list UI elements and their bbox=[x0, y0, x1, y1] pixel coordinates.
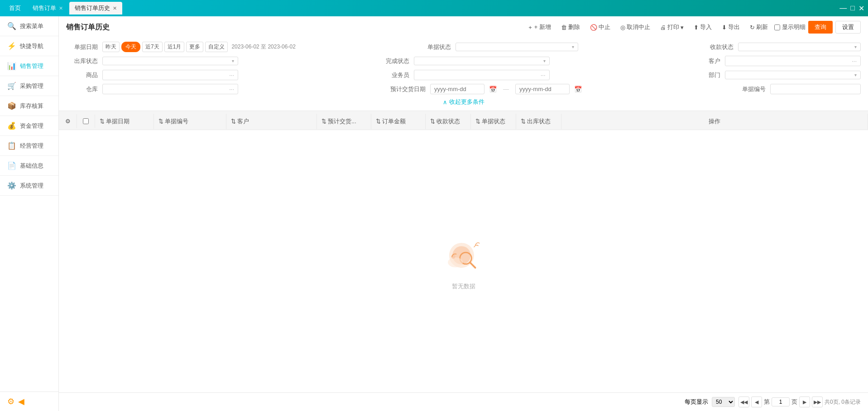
sidebar-system-label: 系统管理 bbox=[20, 182, 43, 190]
dept-select[interactable]: ▾ bbox=[725, 71, 861, 79]
first-page-button[interactable]: ◀◀ bbox=[739, 396, 749, 407]
date-separator: — bbox=[501, 86, 511, 92]
date-filter-group: 昨天 今天 近7天 近1月 更多 自定义 2023-06-02 至 2023-0… bbox=[102, 42, 296, 52]
import-button[interactable]: ⬆ 导入 bbox=[690, 21, 715, 33]
display-toggle-label: 显示明细 bbox=[782, 23, 806, 31]
tab-sales-order-close[interactable]: ✕ bbox=[59, 5, 63, 11]
print-button[interactable]: 🖨 打印 ▾ bbox=[657, 21, 687, 33]
tab-home[interactable]: 首页 bbox=[4, 2, 26, 15]
page-size-select[interactable]: 50 100 200 bbox=[712, 397, 735, 407]
th-payment-status[interactable]: ⇅ 收款状态 bbox=[426, 114, 471, 129]
calendar-to-icon[interactable]: 📅 bbox=[574, 86, 582, 93]
payment-select[interactable]: ▾ bbox=[738, 43, 861, 51]
prev-page-button[interactable]: ◀ bbox=[751, 396, 762, 407]
sidebar-item-operations[interactable]: 📋 经营管理 bbox=[0, 136, 58, 156]
sidebar-item-sales[interactable]: 📊 销售管理 bbox=[0, 56, 58, 76]
sidebar-item-search[interactable]: 🔍 搜索菜单 bbox=[0, 16, 58, 36]
sidebar-item-inventory[interactable]: 📦 库存核算 bbox=[0, 96, 58, 116]
delete-button[interactable]: 🗑 删除 bbox=[557, 21, 584, 33]
doc-number-input[interactable] bbox=[770, 84, 861, 94]
product-select[interactable]: ··· bbox=[102, 70, 238, 80]
tab-sales-history-close[interactable]: ✕ bbox=[113, 5, 117, 11]
maximize-icon[interactable]: □ bbox=[850, 4, 855, 12]
th-delivery[interactable]: ⇅ 预计交货... bbox=[317, 114, 371, 129]
table-settings-icon: ⚙ bbox=[65, 118, 71, 125]
tab-sales-order[interactable]: 销售订单 ✕ bbox=[27, 2, 68, 15]
th-stock-status[interactable]: ⇅ 出库状态 bbox=[516, 114, 561, 129]
empty-illustration bbox=[439, 232, 489, 282]
sidebar-item-system[interactable]: ⚙️ 系统管理 bbox=[0, 176, 58, 196]
page-prefix-label: 第 bbox=[764, 398, 770, 406]
product-dots-icon: ··· bbox=[229, 72, 234, 78]
delivery-date-to[interactable] bbox=[515, 84, 570, 94]
close-window-icon[interactable]: ✕ bbox=[858, 4, 864, 13]
next-page-button[interactable]: ▶ bbox=[799, 396, 810, 407]
settings-bottom-icon[interactable]: ⚙ bbox=[7, 396, 14, 406]
date-1month[interactable]: 近1月 bbox=[164, 42, 185, 52]
filter-section: 单据日期 昨天 今天 近7天 近1月 更多 自定义 2023-06-02 至 2… bbox=[59, 37, 868, 111]
salesperson-label: 业务员 bbox=[378, 71, 409, 79]
th-checkbox[interactable] bbox=[77, 115, 95, 128]
calendar-from-icon[interactable]: 📅 bbox=[489, 86, 497, 93]
export-button[interactable]: ⬇ 导出 bbox=[718, 21, 743, 33]
warehouse-select[interactable]: ··· bbox=[102, 84, 238, 94]
cancel-stop-icon: ◎ bbox=[620, 24, 625, 31]
page-number-input[interactable] bbox=[772, 397, 790, 406]
collapse-sidebar-icon[interactable]: ◀ bbox=[18, 396, 24, 406]
date-range-display: 2023-06-02 至 2023-06-02 bbox=[231, 43, 295, 51]
th-settings[interactable]: ⚙ bbox=[59, 114, 77, 128]
sidebar: 🔍 搜索菜单 ⚡ 快捷导航 📊 销售管理 🛒 采购管理 📦 库存核算 💰 资金管… bbox=[0, 16, 59, 411]
refresh-button[interactable]: ↻ 刷新 bbox=[746, 21, 772, 33]
date-more[interactable]: 更多 bbox=[186, 42, 203, 52]
operations-icon: 📋 bbox=[7, 141, 16, 150]
filter-row-3: 商品 ··· 业务员 ··· 部门 ▾ bbox=[66, 70, 861, 80]
date-yesterday[interactable]: 昨天 bbox=[102, 42, 120, 52]
minimize-icon[interactable]: — bbox=[839, 4, 847, 12]
warehouse-label: 仓库 bbox=[66, 85, 98, 93]
new-button[interactable]: + + 新增 bbox=[525, 21, 555, 33]
content-area: 销售订单历史 + + 新增 🗑 删除 🚫 中止 ◎ 取消中止 bbox=[59, 16, 868, 411]
th-number[interactable]: ⇅ 单据编号 bbox=[154, 114, 226, 129]
main-layout: 🔍 搜索菜单 ⚡ 快捷导航 📊 销售管理 🛒 采购管理 📦 库存核算 💰 资金管… bbox=[0, 16, 868, 411]
th-customer[interactable]: ⇅ 客户 bbox=[226, 114, 317, 129]
sidebar-operations-label: 经营管理 bbox=[20, 142, 43, 150]
sidebar-finance-label: 资金管理 bbox=[20, 122, 43, 130]
top-bar: 首页 销售订单 ✕ 销售订单历史 ✕ — □ ✕ bbox=[0, 0, 868, 16]
stock-out-select[interactable]: ▾ bbox=[102, 57, 238, 65]
date-custom[interactable]: 自定义 bbox=[205, 42, 228, 52]
toolbar: + + 新增 🗑 删除 🚫 中止 ◎ 取消中止 🖨 打印 bbox=[525, 21, 861, 34]
sort-date-icon: ⇅ bbox=[100, 118, 105, 125]
query-button[interactable]: 查询 bbox=[808, 21, 833, 34]
purchase-icon: 🛒 bbox=[7, 82, 16, 90]
svg-line-3 bbox=[470, 262, 475, 268]
payment-chevron-icon: ▾ bbox=[854, 44, 857, 49]
th-doc-status[interactable]: ⇅ 单据状态 bbox=[471, 114, 516, 129]
date-today[interactable]: 今天 bbox=[121, 42, 140, 52]
tab-sales-history[interactable]: 销售订单历史 ✕ bbox=[69, 2, 122, 15]
cancel-stop-button[interactable]: ◎ 取消中止 bbox=[617, 21, 654, 33]
settings-button[interactable]: 设置 bbox=[835, 21, 861, 34]
display-toggle[interactable]: 显示明细 bbox=[774, 23, 806, 31]
warehouse-dots-icon: ··· bbox=[229, 86, 234, 92]
date-7days[interactable]: 近7天 bbox=[142, 42, 163, 52]
tab-bar: 首页 销售订单 ✕ 销售订单历史 ✕ bbox=[4, 2, 839, 15]
sidebar-item-finance[interactable]: 💰 资金管理 bbox=[0, 116, 58, 136]
collapse-btn[interactable]: ∧ 收起更多条件 bbox=[66, 98, 861, 106]
sidebar-item-purchase[interactable]: 🛒 采购管理 bbox=[0, 76, 58, 96]
customer-select[interactable]: ··· bbox=[725, 56, 861, 66]
th-date[interactable]: ⇅ 单据日期 bbox=[95, 114, 154, 129]
last-page-button[interactable]: ▶▶ bbox=[812, 396, 823, 407]
stop-button[interactable]: 🚫 中止 bbox=[586, 21, 614, 33]
completion-select[interactable]: ▾ bbox=[414, 57, 550, 65]
sidebar-quicknav-label: 快捷导航 bbox=[20, 42, 43, 50]
filter-row-2: 出库状态 ▾ 完成状态 ▾ 客户 ··· bbox=[66, 56, 861, 66]
select-all-checkbox[interactable] bbox=[83, 118, 89, 124]
sidebar-item-quicknav[interactable]: ⚡ 快捷导航 bbox=[0, 36, 58, 56]
sidebar-item-basic[interactable]: 📄 基础信息 bbox=[0, 156, 58, 176]
status-select[interactable]: ▾ bbox=[456, 43, 578, 51]
salesperson-select[interactable]: ··· bbox=[414, 70, 550, 80]
delivery-date-from[interactable] bbox=[430, 84, 484, 94]
display-toggle-checkbox[interactable] bbox=[774, 24, 780, 30]
th-amount[interactable]: ⇅ 订单金额 bbox=[371, 114, 426, 129]
product-label: 商品 bbox=[66, 71, 98, 79]
